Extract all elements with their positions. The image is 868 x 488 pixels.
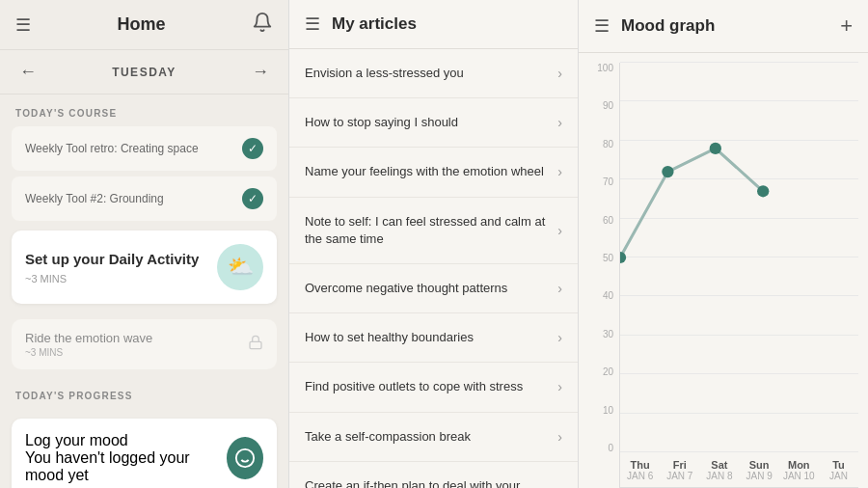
y-label-20: 20 bbox=[588, 366, 619, 377]
next-day-button[interactable]: → bbox=[252, 62, 269, 82]
notification-icon[interactable] bbox=[252, 12, 273, 38]
svg-rect-0 bbox=[250, 341, 261, 348]
middle-panel: ☰ My articles Envision a less-stressed y… bbox=[289, 0, 579, 488]
check-icon-2: ✓ bbox=[242, 188, 263, 209]
activity-icon: ⛅ bbox=[217, 244, 263, 290]
article-text-7: Find positive outlets to cope with stres… bbox=[305, 378, 557, 395]
middle-header: ☰ My articles bbox=[289, 0, 578, 49]
mood-graph-title: Mood graph bbox=[621, 16, 715, 36]
article-item-2[interactable]: How to stop saying I should › bbox=[289, 98, 578, 148]
x-label-mon: Mon JAN 10 bbox=[779, 452, 819, 487]
todays-course-label: TODAY'S COURSE bbox=[0, 95, 288, 126]
left-header: ☰ Home bbox=[0, 0, 288, 50]
course-item-2-text: Weekly Tool #2: Grounding bbox=[25, 192, 164, 205]
current-day: TUESDAY bbox=[112, 66, 176, 79]
article-item-4[interactable]: Note to self: I can feel stressed and ca… bbox=[289, 198, 578, 264]
article-item-3[interactable]: Name your feelings with the emotion whee… bbox=[289, 148, 578, 197]
x-label-thu: Thu JAN 6 bbox=[620, 452, 660, 487]
progress-card[interactable]: Log your mood You haven't logged your mo… bbox=[12, 419, 277, 488]
article-item-6[interactable]: How to set healthy boundaries › bbox=[289, 313, 578, 363]
article-item-5[interactable]: Overcome negative thought patterns › bbox=[289, 264, 578, 313]
course-items-list: Weekly Tool retro: Creating space ✓ Week… bbox=[0, 126, 288, 221]
x-date-fri: JAN 7 bbox=[666, 471, 692, 481]
svg-point-1 bbox=[236, 449, 254, 467]
y-label-0: 0 bbox=[588, 443, 619, 453]
prev-day-button[interactable]: ← bbox=[19, 62, 37, 82]
chevron-icon-8: › bbox=[557, 429, 562, 445]
x-date-sun: JAN 9 bbox=[746, 471, 772, 481]
y-axis: 0 10 20 30 40 50 60 70 80 90 100 bbox=[588, 63, 619, 488]
articles-list: Envision a less-stressed you › How to st… bbox=[289, 49, 578, 488]
data-point bbox=[757, 185, 769, 197]
article-text-9: Create an if-then plan to deal with your… bbox=[305, 477, 557, 488]
x-label-sat: Sat JAN 8 bbox=[699, 452, 739, 487]
x-day-sun: Sun bbox=[749, 459, 770, 471]
locked-item-sub: ~3 MINS bbox=[25, 347, 152, 358]
chart-drawing-area: Thu JAN 6 Fri JAN 7 Sat JAN 8 Sun JAN 9 bbox=[619, 63, 858, 488]
mood-chart: 0 10 20 30 40 50 60 70 80 90 100 bbox=[579, 53, 868, 488]
line-chart-svg bbox=[620, 63, 858, 452]
article-item-9[interactable]: Create an if-then plan to deal with your… bbox=[289, 462, 578, 488]
y-label-50: 50 bbox=[588, 253, 619, 263]
right-header-left: ☰ Mood graph bbox=[594, 15, 715, 37]
course-item-1-text: Weekly Tool retro: Creating space bbox=[25, 142, 199, 155]
x-axis: Thu JAN 6 Fri JAN 7 Sat JAN 8 Sun JAN 9 bbox=[620, 452, 858, 487]
progress-card-content: Log your mood You haven't logged your mo… bbox=[25, 432, 227, 484]
right-header: ☰ Mood graph + bbox=[579, 0, 868, 53]
x-day-sat: Sat bbox=[711, 459, 727, 471]
lock-icon bbox=[248, 335, 263, 354]
page-title: Home bbox=[117, 14, 165, 35]
middle-menu-icon[interactable]: ☰ bbox=[305, 14, 320, 35]
y-label-40: 40 bbox=[588, 290, 619, 301]
chevron-icon-4: › bbox=[557, 223, 562, 238]
left-panel: ☰ Home ← TUESDAY → TODAY'S COURSE Weekly… bbox=[0, 0, 289, 488]
x-day-mon: Mon bbox=[788, 459, 810, 471]
y-label-60: 60 bbox=[588, 215, 619, 226]
article-text-5: Overcome negative thought patterns bbox=[305, 280, 557, 297]
chevron-icon-3: › bbox=[557, 164, 562, 179]
article-text-2: How to stop saying I should bbox=[305, 114, 557, 131]
course-item-1[interactable]: Weekly Tool retro: Creating space ✓ bbox=[12, 126, 277, 171]
activity-card[interactable]: Set up your Daily Activity ~3 MINS ⛅ bbox=[12, 230, 277, 304]
course-item-2[interactable]: Weekly Tool #2: Grounding ✓ bbox=[12, 176, 277, 221]
locked-item-title: Ride the emotion wave bbox=[25, 331, 152, 345]
log-mood-title: Log your mood bbox=[25, 432, 227, 449]
chevron-icon-5: › bbox=[557, 281, 562, 296]
locked-item-content: Ride the emotion wave ~3 MINS bbox=[25, 331, 152, 358]
todays-progress-label: TODAY'S PROGRESS bbox=[0, 377, 288, 409]
menu-icon[interactable]: ☰ bbox=[15, 14, 31, 36]
right-menu-icon[interactable]: ☰ bbox=[594, 15, 610, 37]
y-label-90: 90 bbox=[588, 100, 619, 111]
x-date-thu: JAN 6 bbox=[627, 471, 653, 481]
log-mood-sub: You haven't logged your mood yet bbox=[25, 449, 227, 484]
activity-card-content: Set up your Daily Activity ~3 MINS bbox=[25, 250, 199, 285]
data-point bbox=[710, 143, 721, 154]
y-label-30: 30 bbox=[588, 329, 619, 339]
y-label-10: 10 bbox=[588, 405, 619, 416]
y-label-80: 80 bbox=[588, 139, 619, 149]
article-text-6: How to set healthy boundaries bbox=[305, 329, 557, 346]
chevron-icon-1: › bbox=[557, 66, 562, 81]
article-item-7[interactable]: Find positive outlets to cope with stres… bbox=[289, 363, 578, 412]
chevron-icon-6: › bbox=[557, 330, 562, 345]
article-text-4: Note to self: I can feel stressed and ca… bbox=[305, 213, 557, 248]
chart-inner: 0 10 20 30 40 50 60 70 80 90 100 bbox=[588, 63, 858, 488]
day-navigation: ← TUESDAY → bbox=[0, 50, 288, 95]
data-point bbox=[662, 166, 673, 177]
chevron-icon-7: › bbox=[557, 379, 562, 394]
article-item-1[interactable]: Envision a less-stressed you › bbox=[289, 49, 578, 98]
x-date-sat: JAN 8 bbox=[706, 471, 732, 481]
article-text-3: Name your feelings with the emotion whee… bbox=[305, 163, 557, 180]
chevron-icon-2: › bbox=[557, 115, 562, 130]
middle-title: My articles bbox=[332, 14, 417, 34]
x-date-tu: JAN bbox=[829, 471, 848, 481]
article-item-8[interactable]: Take a self-compassion break › bbox=[289, 413, 578, 462]
x-label-fri: Fri JAN 7 bbox=[660, 452, 699, 487]
check-icon-1: ✓ bbox=[242, 138, 263, 159]
x-label-tu: Tu JAN bbox=[819, 452, 858, 487]
mood-icon bbox=[227, 437, 263, 479]
x-label-sun: Sun JAN 9 bbox=[740, 452, 779, 487]
add-mood-button[interactable]: + bbox=[840, 14, 853, 39]
y-label-100: 100 bbox=[588, 63, 619, 73]
right-panel: ☰ Mood graph + 0 10 20 30 40 50 60 70 80… bbox=[579, 0, 868, 488]
